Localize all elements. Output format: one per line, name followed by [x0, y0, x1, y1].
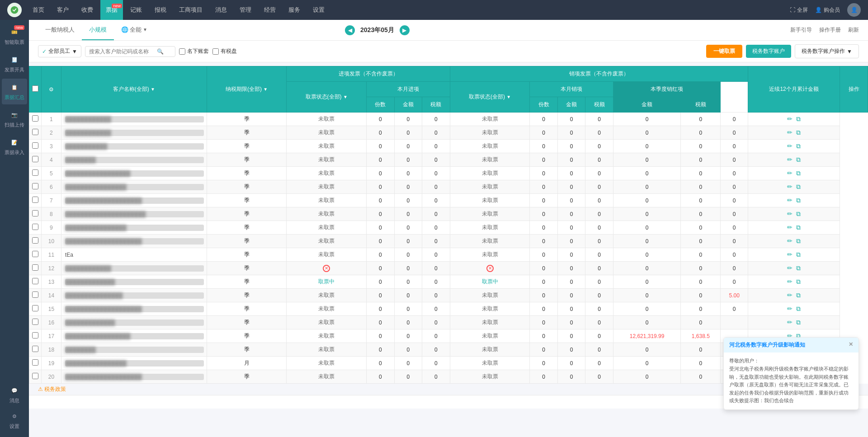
- copy-btn[interactable]: ⧉: [796, 237, 801, 244]
- edit-btn[interactable]: ✏: [787, 237, 793, 244]
- row-checkbox-cell[interactable]: [29, 370, 42, 384]
- refresh-link[interactable]: 刷新: [848, 26, 859, 34]
- copy-btn[interactable]: ⧉: [796, 305, 801, 312]
- row-checkbox-cell[interactable]: [29, 167, 42, 180]
- th-select-all[interactable]: [29, 66, 42, 113]
- copy-btn[interactable]: ⧉: [796, 129, 801, 136]
- edit-btn[interactable]: ✏: [787, 319, 793, 326]
- nav-manage[interactable]: 管理: [234, 0, 257, 20]
- edit-btn[interactable]: ✏: [787, 291, 793, 299]
- edit-btn[interactable]: ✏: [787, 142, 793, 150]
- row-checkbox-cell[interactable]: [29, 343, 42, 357]
- nav-bookkeeping[interactable]: 记账: [125, 0, 147, 20]
- next-month-btn[interactable]: ▶: [400, 25, 410, 35]
- nav-business[interactable]: 工商项目: [174, 0, 208, 20]
- tax-digital-btn[interactable]: 税务数字账户: [746, 45, 791, 58]
- row-checkbox-cell[interactable]: [29, 262, 42, 275]
- notif-close-btn[interactable]: ✕: [849, 341, 853, 349]
- edit-btn[interactable]: ✏: [787, 305, 793, 312]
- row-checkbox-cell[interactable]: [29, 180, 42, 194]
- row-checkbox-cell[interactable]: [29, 194, 42, 207]
- copy-btn[interactable]: ⧉: [796, 291, 801, 299]
- row-checkbox-cell[interactable]: [29, 140, 42, 153]
- nav-fee[interactable]: 收费: [76, 0, 99, 20]
- th-customer[interactable]: 客户名称(全部) ▼: [61, 66, 207, 113]
- tab-general-taxpayer[interactable]: 一般纳税人: [38, 20, 82, 40]
- copy-btn[interactable]: ⧉: [796, 278, 801, 285]
- copy-btn[interactable]: ⧉: [796, 115, 801, 122]
- edit-btn[interactable]: ✏: [787, 197, 793, 204]
- tax-digital-ops-btn[interactable]: 税务数字账户操作 ▼: [795, 44, 859, 58]
- row-checkbox-cell[interactable]: [29, 302, 42, 316]
- copy-btn[interactable]: ⧉: [796, 142, 801, 150]
- row-checkbox-cell[interactable]: [29, 126, 42, 140]
- nav-invoice[interactable]: 票据 new: [100, 0, 123, 20]
- copy-btn[interactable]: ⧉: [796, 319, 801, 326]
- nav-service[interactable]: 服务: [283, 0, 306, 20]
- row-checkbox-cell[interactable]: [29, 207, 42, 221]
- row-checkbox-cell[interactable]: [29, 289, 42, 302]
- search-icon[interactable]: 🔍: [157, 48, 164, 55]
- prev-month-btn[interactable]: ◀: [345, 25, 355, 35]
- copy-btn[interactable]: ⧉: [796, 169, 801, 177]
- edit-btn[interactable]: ✏: [787, 156, 793, 163]
- th-out-status[interactable]: 取票状态(全部) ▼: [450, 82, 530, 113]
- edit-btn[interactable]: ✏: [787, 169, 793, 177]
- copy-btn[interactable]: ⧉: [796, 224, 801, 231]
- edit-btn[interactable]: ✏: [787, 210, 793, 217]
- row-checkbox-cell[interactable]: [29, 113, 42, 126]
- subledger-checkbox[interactable]: 名下账套: [179, 47, 209, 55]
- edit-btn[interactable]: ✏: [787, 183, 793, 190]
- copy-btn[interactable]: ⧉: [796, 156, 801, 163]
- customer-name: ████████████████: [65, 184, 204, 190]
- row-checkbox-cell[interactable]: [29, 235, 42, 248]
- nav-operation[interactable]: 经营: [259, 0, 281, 20]
- sidebar-item-summary[interactable]: 📋 票据汇总: [2, 79, 27, 104]
- copy-btn[interactable]: ⧉: [796, 251, 801, 258]
- copy-btn[interactable]: ⧉: [796, 264, 801, 272]
- search-box[interactable]: 🔍: [85, 46, 175, 57]
- sidebar-item-ticket[interactable]: 🎫 智能取票 new: [2, 23, 27, 49]
- employee-select[interactable]: ✓ 全部员工 ▼: [38, 45, 81, 57]
- row-checkbox-cell[interactable]: [29, 275, 42, 289]
- one-click-fetch-btn[interactable]: 一键取票: [706, 45, 742, 58]
- nav-customer[interactable]: 客户: [52, 0, 74, 20]
- row-checkbox-cell[interactable]: [29, 316, 42, 329]
- row-checkbox-cell[interactable]: [29, 357, 42, 370]
- nav-tax[interactable]: 报税: [149, 0, 172, 20]
- tab-small-scale[interactable]: 小规模: [82, 20, 114, 40]
- sidebar-item-setting[interactable]: ⚙ 设置: [2, 408, 27, 433]
- th-settings[interactable]: ⚙: [42, 66, 61, 113]
- copy-btn[interactable]: ⧉: [796, 197, 801, 204]
- edit-btn[interactable]: ✏: [787, 278, 793, 285]
- tab-all-capable[interactable]: 🌐 全能 ▼: [114, 20, 155, 40]
- sidebar-item-scan[interactable]: 📷 扫描上传: [2, 106, 27, 132]
- edit-btn[interactable]: ✏: [787, 115, 793, 122]
- nav-message[interactable]: 消息: [210, 0, 232, 20]
- tax-disk-checkbox[interactable]: 有税盘: [212, 47, 237, 55]
- copy-btn[interactable]: ⧉: [796, 210, 801, 217]
- sidebar-item-enter[interactable]: 📝 票据录入: [2, 134, 27, 160]
- row-checkbox-cell[interactable]: [29, 153, 42, 167]
- nav-settings[interactable]: 设置: [307, 0, 330, 20]
- logo[interactable]: [7, 3, 22, 17]
- member-btn[interactable]: 👤 购会员: [815, 6, 840, 14]
- sidebar-item-msg[interactable]: 💬 消息: [2, 382, 27, 408]
- avatar[interactable]: 👤: [847, 3, 861, 17]
- edit-btn[interactable]: ✏: [787, 264, 793, 272]
- new-guide-link[interactable]: 新手引导: [790, 26, 812, 34]
- row-checkbox-cell[interactable]: [29, 329, 42, 343]
- edit-btn[interactable]: ✏: [787, 251, 793, 258]
- th-in-status[interactable]: 取票状态(全部) ▼: [287, 82, 367, 113]
- search-input[interactable]: [89, 48, 157, 55]
- row-checkbox-cell[interactable]: [29, 221, 42, 235]
- row-checkbox-cell[interactable]: [29, 248, 42, 262]
- fullscreen-btn[interactable]: ⛶ 全屏: [790, 6, 808, 14]
- nav-home[interactable]: 首页: [27, 0, 50, 20]
- edit-btn[interactable]: ✏: [787, 224, 793, 231]
- edit-btn[interactable]: ✏: [787, 129, 793, 136]
- th-tax-period[interactable]: 纳税期限(全部) ▼: [207, 66, 287, 113]
- manual-link[interactable]: 操作手册: [819, 26, 841, 34]
- copy-btn[interactable]: ⧉: [796, 183, 801, 190]
- sidebar-item-invoice-open[interactable]: 🧾 发票开具: [2, 51, 27, 77]
